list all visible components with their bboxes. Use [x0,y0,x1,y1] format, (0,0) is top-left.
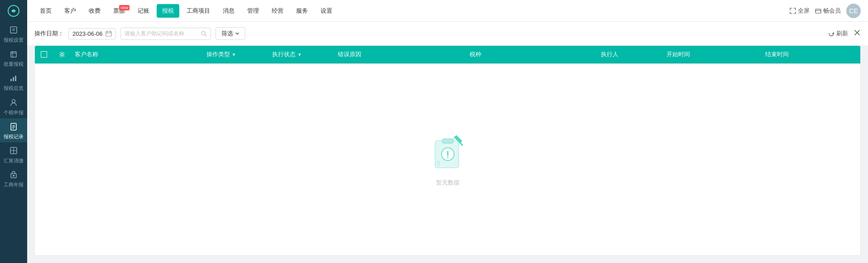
svg-line-27 [205,34,206,36]
th-end-time: 结束时间 [762,46,860,63]
date-picker[interactable]: 2023-06-06 [68,28,116,39]
baoshui-shezhi-icon [9,25,18,36]
nav-item-shouye[interactable]: 首页 [34,4,57,18]
sidebar-item-piliang-baoshui[interactable]: 批量报税 [0,46,27,70]
baoshui-zonlan-icon [9,73,18,84]
piliang-baoshui-icon [9,49,18,60]
svg-rect-22 [106,31,111,36]
nav-item-fuwu[interactable]: 服务 [291,4,313,18]
nav-items: 首页 客户 收费 票据 new 记账 报税 工商项目 消息 管理 经营 服务 设… [34,4,790,18]
toolbar-right: 刷新 [828,29,861,38]
member-icon [815,8,821,14]
sidebar-item-baoshui-shezhi-label: 报税设置 [4,37,24,43]
nav-item-shoufei[interactable]: 收费 [83,4,106,18]
empty-state: 暂无数据 [430,132,466,187]
th-executor: 执行人 [597,46,663,63]
sidebar-item-baoshui-zonlan-label: 报税总览 [4,85,24,91]
piaoju-badge: new [119,5,129,11]
sidebar-item-geshui-shenbao[interactable]: 个税申报 [0,94,27,118]
svg-point-30 [61,54,63,56]
topnav-right: 全屏 畅会员 CE [790,4,861,18]
th-tax-type: 税种 [466,46,598,63]
nav-item-gongshang-xiangmu[interactable]: 工商项目 [181,4,216,18]
sidebar-item-baoshui-shezhi[interactable]: 报税设置 [0,22,27,46]
content: 操作日期： 2023-06-06 请输入客户助记码或名称 筛选 [27,22,868,263]
sidebar-item-geshui-shenbao-label: 个税申报 [4,110,24,116]
sort-icon-status: ▼ [297,52,302,57]
huisuan-jiaona-icon [9,146,18,156]
sidebar-item-baoshui-jilu-label: 报税记录 [4,134,24,140]
baoshui-jilu-icon [9,122,18,132]
svg-rect-20 [815,9,821,13]
sidebar-item-baoshui-zonlan[interactable]: 报税总览 [0,70,27,94]
toolbar: 操作日期： 2023-06-06 请输入客户助记码或名称 筛选 [27,22,868,45]
th-operation-type[interactable]: 操作类型 ▼ [203,46,269,63]
date-value: 2023-06-06 [72,30,103,37]
search-box[interactable]: 请输入客户助记码或名称 [120,28,211,40]
nav-item-guanli[interactable]: 管理 [242,4,264,18]
close-icon [854,29,861,36]
svg-point-10 [12,99,15,102]
svg-rect-7 [10,79,12,81]
date-label: 操作日期： [34,29,64,38]
search-placeholder: 请输入客户助记码或名称 [125,30,184,38]
svg-rect-8 [13,77,14,81]
empty-text: 暂无数据 [436,179,460,187]
sidebar-item-piliang-baoshui-label: 批量报税 [4,61,24,67]
svg-rect-1 [10,27,17,33]
settings-icon [59,51,65,58]
topnav: 首页 客户 收费 票据 new 记账 报税 工商项目 消息 管理 经营 服务 设… [27,0,868,22]
nav-item-shezhi[interactable]: 设置 [315,4,338,18]
svg-rect-4 [11,52,16,57]
filter-button[interactable]: 筛选 [216,27,245,40]
search-icon [201,30,207,37]
refresh-icon [828,30,834,37]
svg-rect-19 [13,175,14,176]
fullscreen-icon [790,8,796,14]
th-settings[interactable] [53,46,71,63]
svg-rect-32 [442,139,453,143]
refresh-button[interactable]: 刷新 [828,29,848,38]
nav-item-kehu[interactable]: 客户 [59,4,82,18]
calendar-icon [106,30,112,37]
filter-label: 筛选 [221,29,233,38]
sidebar: 报税设置 批量报税 报税总览 个税申报 [0,0,27,263]
th-error-reason: 错误原因 [334,46,466,63]
nav-item-xiaoxi[interactable]: 消息 [217,4,240,18]
nav-item-jingying[interactable]: 经营 [266,4,289,18]
nav-item-piaoju[interactable]: 票据 new [108,4,130,18]
table-container: 客户名称 操作类型 ▼ 执行状态 ▼ 错误原因 税种 执行人 [34,45,861,256]
sidebar-item-baoshui-jilu[interactable]: 报税记录 [0,118,27,142]
gongshang-nianbao-icon [9,170,18,180]
sidebar-item-huisuan-jiaona[interactable]: 汇算清缴 [0,142,27,166]
fullscreen-button[interactable]: 全屏 [790,7,810,15]
sidebar-item-gongshang-nianbao[interactable]: 工商年报 [0,166,27,190]
svg-point-37 [447,156,448,158]
geshui-shenbao-icon [9,98,18,108]
main-area: 首页 客户 收费 票据 new 记账 报税 工商项目 消息 管理 经营 服务 设… [27,0,868,263]
member-label: 畅会员 [823,7,841,15]
svg-rect-9 [15,76,16,81]
sort-icon-operation: ▼ [232,52,236,57]
table-header: 客户名称 操作类型 ▼ 执行状态 ▼ 错误原因 税种 执行人 [35,46,860,63]
empty-illustration [430,132,466,173]
nav-item-baoshui[interactable]: 报税 [157,4,179,18]
member-button[interactable]: 畅会员 [815,7,841,15]
th-customer-name: 客户名称 [71,46,203,63]
sidebar-item-gongshang-nianbao-label: 工商年报 [4,182,24,188]
chevron-down-icon [235,31,240,36]
th-exec-status[interactable]: 执行状态 ▼ [269,46,334,63]
th-checkbox[interactable] [35,46,53,63]
logo [0,0,27,22]
close-button[interactable] [854,29,861,38]
nav-item-jizhang[interactable]: 记账 [132,4,155,18]
th-start-time: 开始时间 [663,46,762,63]
fullscreen-label: 全屏 [798,7,810,15]
table-body: 暂无数据 [35,63,860,255]
refresh-label: 刷新 [836,29,848,38]
avatar[interactable]: CE [846,4,861,18]
sidebar-item-huisuan-jiaona-label: 汇算清缴 [4,158,24,164]
header-checkbox[interactable] [41,51,47,58]
